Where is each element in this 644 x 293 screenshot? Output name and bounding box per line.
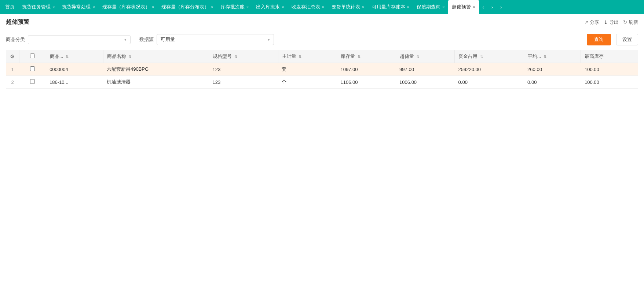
overstock-1: 1006.00 (396, 76, 455, 89)
column-checkbox (19, 50, 46, 63)
nav-tab-quality-check[interactable]: 保质期查询 × (413, 0, 448, 14)
filter-area: 商品分类 ▾ 数据源 可用量 ▾ 查询 设置 (0, 29, 644, 50)
nav-tab-stock-batch[interactable]: 库存批次账 × (217, 0, 252, 14)
nav-tab-stock-dist[interactable]: 现存量（库存分布表） × (158, 0, 217, 14)
overstock-0: 997.00 (396, 63, 455, 76)
query-button[interactable]: 查询 (587, 34, 611, 45)
sort-spec-icon: ⇅ (234, 55, 237, 59)
column-settings[interactable]: ⚙ (6, 50, 19, 63)
spec-0: 123 (209, 63, 278, 76)
sort-unit-icon: ⇅ (299, 55, 301, 59)
avg-1: 0.00 (524, 76, 581, 89)
datasource-label: 数据源 (139, 36, 154, 43)
gear-icon: ⚙ (10, 53, 15, 59)
unit-1: 个 (278, 76, 337, 89)
close-tab-inout-flow[interactable]: × (282, 5, 284, 9)
page-header: 超储预警 ↗ 分享 ⤓ 导出 ↻ 刷新 (0, 14, 644, 29)
column-avg[interactable]: 平均... ⇅ (524, 50, 581, 63)
product-code-1: 186-10... (46, 76, 103, 89)
spec-1: 123 (209, 76, 278, 89)
close-tab-available-ledger[interactable]: × (407, 5, 409, 9)
capital-0: 259220.00 (455, 63, 524, 76)
product-name-1: 机油滤清器 (103, 76, 209, 89)
category-filter: 商品分类 ▾ (6, 35, 131, 44)
header-actions: ↗ 分享 ⤓ 导出 ↻ 刷新 (584, 19, 638, 26)
datasource-select[interactable]: 可用量 ▾ (157, 34, 274, 45)
datasource-select-value: 可用量 (161, 36, 175, 43)
refresh-icon: ↻ (623, 19, 627, 25)
main-content: 超储预警 ↗ 分享 ⤓ 导出 ↻ 刷新 商品分类 ▾ 数据源 (0, 14, 644, 293)
sort-product-name-icon: ⇅ (128, 55, 131, 59)
max-stock-0: 100.00 (581, 63, 638, 76)
page-title: 超储预警 (6, 18, 29, 26)
datasource-chevron-icon: ▾ (268, 37, 270, 42)
row-num-1: 2 (6, 76, 19, 89)
column-product-name[interactable]: 商品名称 ⇅ (103, 50, 209, 63)
export-icon: ⤓ (604, 19, 608, 25)
sort-stock-icon: ⇅ (358, 55, 361, 59)
sort-overstock-icon: ⇅ (416, 55, 419, 59)
max-stock-1: 100.00 (581, 76, 638, 89)
table-row: 1 0000004 六配套新昌490BPG 123 套 1097.00 997.… (6, 63, 638, 76)
nav-tab-collect-summary[interactable]: 收发存汇总表 × (288, 0, 328, 14)
row-checkbox-cell-1[interactable] (19, 76, 46, 89)
row-checkbox-0[interactable] (30, 66, 35, 71)
top-navigation: 首页 拣货任务管理 × 拣货异常处理 × 现存量（库存状况表） × 现存量（库存… (0, 0, 644, 14)
column-stock[interactable]: 库存量 ⇅ (337, 50, 396, 63)
nav-tab-inout-flow[interactable]: 出入库流水 × (252, 0, 288, 14)
nav-tab-order-stat[interactable]: 要货单统计表 × (328, 0, 368, 14)
nav-arrow-more[interactable]: › (497, 0, 505, 14)
close-tab-abnormal[interactable]: × (92, 5, 95, 9)
nav-arrow-left[interactable]: ‹ (479, 0, 488, 14)
share-button[interactable]: ↗ 分享 (584, 19, 599, 26)
nav-tab-available-ledger[interactable]: 可用量库存账本 × (368, 0, 413, 14)
capital-1: 0.00 (455, 76, 524, 89)
table-container: ⚙ 商品... ⇅ 商品名称 ⇅ 规格型号 ⇅ (0, 50, 644, 89)
category-select[interactable]: ▾ (28, 35, 131, 44)
product-code-0: 0000004 (46, 63, 103, 76)
settings-button[interactable]: 设置 (616, 34, 638, 45)
stock-0: 1097.00 (337, 63, 396, 76)
share-icon: ↗ (584, 19, 588, 25)
refresh-button[interactable]: ↻ 刷新 (623, 19, 638, 26)
nav-tab-overstock-warning[interactable]: 超储预警 × (448, 0, 479, 14)
close-tab-overstock-warning[interactable]: × (473, 5, 475, 9)
close-tab-collect-summary[interactable]: × (322, 5, 324, 9)
column-unit[interactable]: 主计量 ⇅ (278, 50, 337, 63)
nav-tab-task-mgmt[interactable]: 拣货任务管理 × (18, 0, 58, 14)
export-button[interactable]: ⤓ 导出 (604, 19, 619, 26)
sort-capital-icon: ⇅ (480, 55, 483, 59)
column-max-stock[interactable]: 最高库存 (581, 50, 638, 63)
overstock-table: ⚙ 商品... ⇅ 商品名称 ⇅ 规格型号 ⇅ (6, 50, 638, 89)
unit-0: 套 (278, 63, 337, 76)
close-tab-order-stat[interactable]: × (362, 5, 364, 9)
avg-0: 260.00 (524, 63, 581, 76)
row-num-0: 1 (6, 63, 19, 76)
nav-tab-abnormal[interactable]: 拣货异常处理 × (58, 0, 98, 14)
row-checkbox-cell-0[interactable] (19, 63, 46, 76)
column-product-code[interactable]: 商品... ⇅ (46, 50, 103, 63)
nav-tab-home[interactable]: 首页 (1, 0, 18, 14)
filter-buttons: 查询 设置 (587, 34, 638, 45)
row-checkbox-1[interactable] (30, 79, 35, 84)
close-tab-stock-dist[interactable]: × (211, 5, 213, 9)
sort-avg-icon: ⇅ (544, 55, 546, 59)
stock-1: 1106.00 (337, 76, 396, 89)
table-row: 2 186-10... 机油滤清器 123 个 1106.00 1006.00 … (6, 76, 638, 89)
datasource-filter: 数据源 可用量 ▾ (139, 34, 274, 45)
table-header-row: ⚙ 商品... ⇅ 商品名称 ⇅ 规格型号 ⇅ (6, 50, 638, 63)
column-capital[interactable]: 资金占用 ⇅ (455, 50, 524, 63)
column-spec[interactable]: 规格型号 ⇅ (209, 50, 278, 63)
category-chevron-icon: ▾ (124, 37, 127, 42)
nav-tab-stock-status[interactable]: 现存量（库存状况表） × (99, 0, 158, 14)
column-overstock[interactable]: 超储量 ⇅ (396, 50, 455, 63)
product-name-0: 六配套新昌490BPG (103, 63, 209, 76)
nav-arrow-right[interactable]: › (488, 0, 497, 14)
close-tab-quality-check[interactable]: × (442, 5, 444, 9)
select-all-checkbox[interactable] (30, 53, 35, 58)
close-tab-task-mgmt[interactable]: × (52, 5, 55, 9)
sort-product-code-icon: ⇅ (66, 55, 69, 59)
category-label: 商品分类 (6, 36, 25, 43)
close-tab-stock-batch[interactable]: × (246, 5, 249, 9)
close-tab-stock-status[interactable]: × (152, 5, 154, 9)
